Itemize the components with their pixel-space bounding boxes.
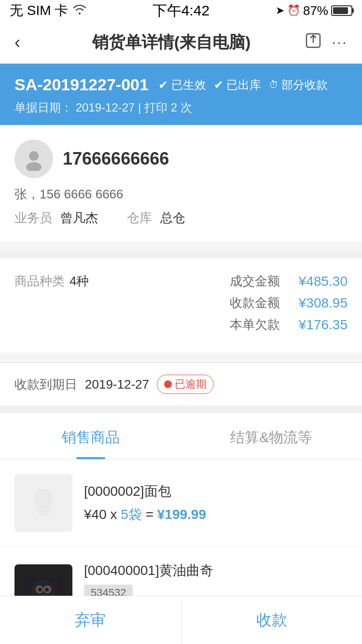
customer-phone: 17666666666 [63, 149, 169, 169]
warehouse-label: 仓库 [127, 210, 152, 225]
overdue-section: 收款到期日 2019-12-27 已逾期 [0, 363, 362, 406]
product-total-1: ¥199.99 [157, 507, 206, 522]
reject-button[interactable]: 弃审 [0, 596, 181, 644]
svg-point-2 [29, 151, 39, 161]
product-item-1: [0000002]面包 ¥40 x 5袋 = ¥199.99 [0, 460, 362, 547]
order-id: SA-20191227-001 [14, 75, 149, 94]
product-types-value: 4种 [70, 273, 89, 290]
warehouse-name: 总仓 [160, 210, 185, 225]
overdue-badge: 已逾期 [157, 375, 214, 394]
battery-text: 87% [303, 3, 328, 18]
svg-point-12 [45, 588, 48, 590]
svg-point-3 [26, 162, 42, 171]
tag-effective: ✔ 已生效 [158, 77, 206, 93]
summary-right: 成交金额 ¥485.30 收款金额 ¥308.95 本单欠款 ¥176.35 [230, 273, 348, 338]
deal-amount-value: ¥485.30 [290, 274, 348, 289]
overdue-label: 收款到期日 [14, 376, 77, 393]
order-date: 单据日期： 2019-12-27 | 打印 2 次 [14, 100, 348, 115]
location-icon: ➤ [276, 4, 284, 17]
alarm-icon: ⏰ [287, 4, 300, 17]
tab-products[interactable]: 销售商品 [0, 413, 181, 459]
tag-shipped: ✔ 已出库 [214, 77, 262, 93]
deal-amount-label: 成交金额 [230, 273, 280, 290]
page-title: 销货单详情(来自电脑) [43, 31, 299, 54]
product-qty-1: 5袋 [121, 507, 142, 522]
product-price-1: ¥40 x 5袋 = ¥199.99 [84, 505, 348, 524]
carrier-text: 无 SIM 卡 [10, 1, 68, 20]
status-tags: ✔ 已生效 ✔ 已出库 ⏱ 部分收款 [158, 77, 328, 93]
status-time: 下午4:42 [153, 1, 209, 21]
tabs-section: 销售商品 结算&物流等 [0, 413, 362, 460]
product-name-2: [000400001]黄油曲奇 [84, 561, 348, 580]
customer-meta: 业务员 曾凡杰 仓库 总仓 [14, 210, 348, 226]
product-name-1: [0000002]面包 [84, 482, 348, 501]
product-info-1: [0000002]面包 ¥40 x 5袋 = ¥199.99 [84, 482, 348, 524]
status-left: 无 SIM 卡 [10, 1, 86, 20]
customer-section: 17666666666 张，156 6666 6666 业务员 曾凡杰 仓库 总… [0, 125, 362, 241]
owe-label: 本单欠款 [230, 316, 280, 333]
nav-bar: ‹ 销货单详情(来自电脑) ··· [0, 21, 362, 64]
wifi-icon [73, 3, 86, 18]
status-bar: 无 SIM 卡 下午4:42 ➤ ⏰ 87% [0, 0, 362, 21]
overdue-date: 2019-12-27 [85, 377, 149, 392]
battery-icon [331, 5, 352, 16]
more-icon[interactable]: ··· [332, 33, 348, 51]
owe-value: ¥176.35 [290, 317, 348, 333]
divider-3 [0, 406, 362, 413]
received-label: 收款金额 [230, 294, 280, 311]
bottom-bar: 弃审 收款 [0, 596, 362, 644]
product-thumb-1 [14, 474, 72, 532]
received-value: ¥308.95 [290, 295, 348, 311]
customer-sub: 张，156 6666 6666 [14, 186, 348, 203]
nav-actions: ··· [299, 32, 348, 53]
customer-avatar [14, 140, 53, 178]
divider-1 [0, 251, 362, 258]
summary-section: 商品种类 4种 成交金额 ¥485.30 收款金额 ¥308.95 本单欠款 ¥… [0, 258, 362, 352]
svg-point-4 [34, 489, 53, 508]
svg-point-11 [39, 588, 42, 590]
sales-label: 业务员 [14, 210, 52, 225]
sales-name: 曾凡杰 [60, 210, 98, 225]
collect-button[interactable]: 收款 [181, 596, 362, 644]
tab-settlement[interactable]: 结算&物流等 [181, 413, 362, 459]
back-button[interactable]: ‹ [14, 32, 43, 53]
share-icon[interactable] [305, 32, 322, 53]
product-types-label: 商品种类 [14, 273, 65, 290]
status-right: ➤ ⏰ 87% [276, 3, 352, 18]
overdue-dot-icon [164, 380, 172, 388]
order-header: SA-20191227-001 ✔ 已生效 ✔ 已出库 ⏱ 部分收款 单据日期：… [0, 64, 362, 125]
tag-partial-payment: ⏱ 部分收款 [269, 77, 328, 93]
